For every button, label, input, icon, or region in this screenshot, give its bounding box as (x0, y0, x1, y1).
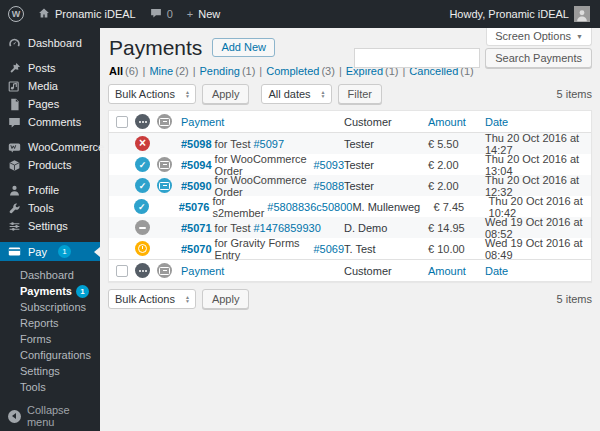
payment-id-link[interactable]: #5076 (179, 201, 210, 213)
filter-separator: | (193, 65, 196, 77)
payment-amount: € 5.50 (428, 138, 485, 150)
admin-bar: W Pronamic iDEAL 0 + New Howdy, Pronamic… (0, 0, 600, 28)
submenu-item-tools[interactable]: Tools (0, 379, 100, 395)
submenu-item-configurations[interactable]: Configurations (0, 347, 100, 363)
sidebar-item-settings[interactable]: Settings (0, 217, 100, 235)
payment-id-link[interactable]: #5098 (181, 138, 212, 150)
sidebar-item-woocommerce[interactable]: WooCommerce (0, 138, 100, 156)
payment-row: #5094for WooCommerce Order#5093 Tester €… (109, 154, 591, 175)
filter-all[interactable]: All(6) (109, 65, 139, 77)
site-name-link[interactable]: Pronamic iDEAL (38, 7, 136, 21)
column-footer-date[interactable]: Date (485, 265, 591, 277)
select-all-checkbox[interactable] (116, 116, 128, 128)
dashboard-icon (8, 37, 21, 50)
status-cancelled-icon (135, 136, 150, 151)
wordpress-menu[interactable]: W (8, 6, 24, 22)
filter-pending[interactable]: Pending(1) (200, 65, 256, 77)
column-footer-customer: Customer (344, 265, 428, 277)
filter-button[interactable]: Filter (338, 84, 382, 104)
submenu-item-dashboard[interactable]: Dashboard (0, 267, 100, 283)
payment-id-link[interactable]: #5071 (181, 222, 212, 234)
sidebar-item-label: Media (28, 80, 58, 92)
sidebar-item-comments[interactable]: Comments (0, 113, 100, 131)
howdy-account-link[interactable]: Howdy, Pronamic iDEAL (449, 6, 590, 22)
submenu-label: Dashboard (20, 269, 74, 281)
wrench-icon (8, 202, 21, 215)
add-new-button[interactable]: Add New (212, 38, 275, 57)
submenu-item-payments[interactable]: Payments1 (0, 283, 100, 299)
payment-source-link[interactable]: #5069 (313, 243, 344, 255)
submenu-label: Reports (20, 317, 59, 329)
payment-source-link[interactable]: #5097 (253, 138, 284, 150)
payment-amount: € 2.00 (428, 159, 485, 171)
sidebar-item-label: Pages (28, 98, 59, 110)
sidebar-item-label: Products (28, 159, 71, 171)
payment-description: for s2member (212, 195, 264, 219)
payment-id-link[interactable]: #5094 (181, 159, 212, 171)
submenu-item-settings[interactable]: Settings (0, 363, 100, 379)
tablenav-top: Bulk Actions▲▼ Apply All dates▲▼ Filter … (108, 82, 592, 106)
page-title: Payments (109, 36, 202, 59)
select-arrows-icon: ▲▼ (185, 90, 190, 98)
comments-admin-bar-link[interactable]: 0 (150, 7, 173, 21)
payment-source-link[interactable]: #5088 (313, 180, 344, 192)
filter-completed[interactable]: Completed(3) (266, 65, 335, 77)
submenu-label: Tools (20, 381, 46, 393)
bulk-actions-select-bottom[interactable]: Bulk Actions▲▼ (108, 289, 196, 309)
items-count: 5 items (557, 293, 592, 305)
column-header-payment[interactable]: Payment (181, 116, 344, 128)
column-header-amount[interactable]: Amount (428, 116, 485, 128)
search-input[interactable] (354, 48, 480, 68)
bulk-actions-select[interactable]: Bulk Actions▲▼ (108, 84, 196, 104)
payment-amount: € 7.45 (434, 201, 489, 213)
status-pending-icon (135, 241, 150, 256)
howdy-text: Howdy, Pronamic iDEAL (449, 8, 569, 20)
apply-button[interactable]: Apply (202, 84, 250, 104)
payment-status (135, 220, 157, 235)
pay-count-badge: 1 (58, 245, 71, 258)
payment-row: #5070for Gravity Forms Entry#5069 T. Tes… (109, 238, 591, 259)
submenu-item-forms[interactable]: Forms (0, 331, 100, 347)
column-header-date[interactable]: Date (485, 116, 591, 128)
sidebar-item-posts[interactable]: Posts (0, 59, 100, 77)
sidebar-item-tools[interactable]: Tools (0, 199, 100, 217)
sidebar-item-dashboard[interactable]: Dashboard (0, 34, 100, 52)
sidebar-item-products[interactable]: Products (0, 156, 100, 174)
collapse-menu-button[interactable]: Collapse menu (0, 407, 100, 425)
status-completed-icon (134, 199, 149, 214)
dates-filter-select[interactable]: All dates▲▼ (261, 84, 331, 104)
payment-source-link[interactable]: #5093 (313, 159, 344, 171)
sidebar-item-label: Tools (28, 202, 54, 214)
sidebar-item-pay[interactable]: Pay 1 (0, 242, 100, 261)
sidebar-item-media[interactable]: Media (0, 77, 100, 95)
payment-method (157, 178, 181, 193)
submenu-label: Settings (20, 365, 60, 377)
screen-options-tab[interactable]: Screen Options ▼ (486, 28, 592, 46)
filter-separator: | (259, 65, 262, 77)
payment-source-link[interactable]: #5808836c50800 (267, 201, 352, 213)
new-content-link[interactable]: + New (187, 8, 220, 20)
select-arrows-icon: ▲▼ (321, 90, 326, 98)
sidebar-item-pages[interactable]: Pages (0, 95, 100, 113)
payment-status (135, 136, 157, 151)
payment-row: #5076for s2member#5808836c50800 M. Mulle… (109, 196, 591, 217)
payment-customer: Tester (344, 138, 428, 150)
plus-icon: + (187, 8, 193, 20)
payment-id-link[interactable]: #5070 (181, 243, 212, 255)
payment-source-link[interactable]: #1476859930 (253, 222, 320, 234)
sidebar-item-profile[interactable]: Profile (0, 181, 100, 199)
sidebar-item-label: Settings (28, 220, 68, 232)
search-payments-button[interactable]: Search Payments (485, 48, 592, 68)
submenu-item-reports[interactable]: Reports (0, 315, 100, 331)
filter-mine[interactable]: Mine(2) (149, 65, 188, 77)
payments-count-badge: 1 (76, 285, 89, 298)
payment-description: for Gravity Forms Entry (215, 237, 311, 261)
box-icon (8, 159, 21, 172)
submenu-item-subscriptions[interactable]: Subscriptions (0, 299, 100, 315)
payment-id-link[interactable]: #5090 (181, 180, 212, 192)
submenu-label: Configurations (20, 349, 91, 361)
column-footer-payment[interactable]: Payment (181, 265, 344, 277)
apply-button-bottom[interactable]: Apply (202, 289, 250, 309)
column-footer-amount[interactable]: Amount (428, 265, 485, 277)
select-all-checkbox[interactable] (116, 265, 128, 277)
